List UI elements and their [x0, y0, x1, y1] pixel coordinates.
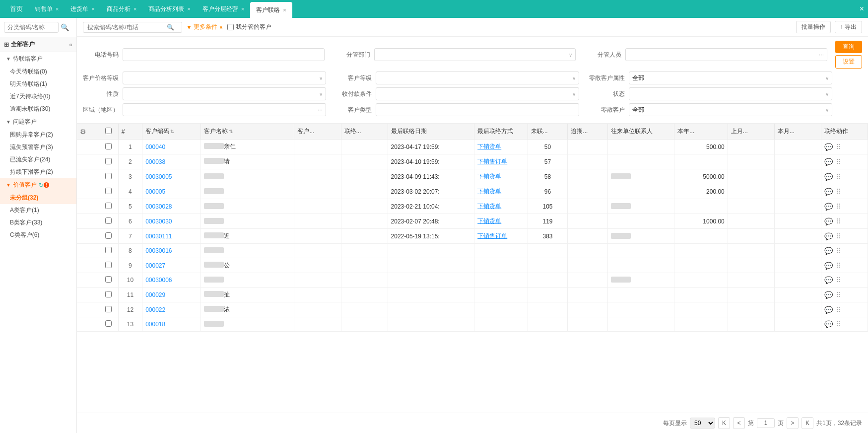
payment-select[interactable]: ∨: [376, 87, 579, 100]
sidebar-group-pending[interactable]: ▼ 待联络客户: [0, 52, 76, 66]
nav-tab-purchase[interactable]: 进货单 ×: [65, 0, 100, 18]
per-page-select[interactable]: 50 100 200: [690, 418, 715, 429]
col-code-cell[interactable]: 000018: [142, 317, 201, 332]
more-icon[interactable]: ⠿: [836, 203, 841, 211]
col-code-cell[interactable]: 00030016: [142, 244, 201, 258]
chat-icon[interactable]: 💬: [824, 143, 833, 151]
col-code-cell[interactable]: 00030111: [142, 229, 201, 244]
row-checkbox[interactable]: [105, 306, 112, 312]
retail-customer-select[interactable]: 全部 ∨: [629, 103, 832, 116]
chat-icon[interactable]: 💬: [824, 262, 833, 270]
dept-select[interactable]: ∨: [374, 48, 576, 61]
sidebar-search-icon[interactable]: 🔍: [61, 23, 69, 31]
row-checkbox[interactable]: [105, 217, 112, 224]
customer-code[interactable]: 000029: [145, 291, 165, 298]
col-code-cell[interactable]: 000022: [142, 302, 201, 317]
sidebar-group-value[interactable]: ▼ 价值客户 ↻ !: [0, 178, 76, 192]
sidebar-group-problem[interactable]: ▼ 问题客户: [0, 115, 76, 129]
nav-tab-close[interactable]: ×: [283, 7, 286, 13]
nav-home[interactable]: 首页: [4, 0, 29, 18]
manager-dots[interactable]: ···: [819, 51, 824, 58]
last-method-link[interactable]: 下销货单: [477, 203, 501, 210]
retail-attr-select[interactable]: 全部 ∨: [629, 72, 832, 84]
col-code-cell[interactable]: 000038: [142, 154, 201, 169]
customer-code[interactable]: 000005: [145, 188, 165, 195]
nav-tab-customer-layer[interactable]: 客户分层经营 ×: [197, 0, 250, 18]
sidebar-item-tomorrow[interactable]: 明天待联络(1): [0, 78, 76, 90]
more-icon[interactable]: ⠿: [836, 291, 841, 299]
status-select[interactable]: ∨: [629, 87, 832, 100]
phone-input[interactable]: [123, 48, 325, 61]
region-input[interactable]: ···: [123, 103, 326, 116]
search-box[interactable]: 🔍: [83, 22, 182, 33]
row-checkbox[interactable]: [105, 291, 112, 297]
window-close-button[interactable]: ×: [860, 4, 864, 13]
reset-button[interactable]: 设置: [835, 55, 862, 69]
customer-code[interactable]: 000027: [145, 262, 165, 269]
customer-code[interactable]: 000038: [145, 158, 165, 165]
more-conditions-btn[interactable]: ▼ 更多条件 ∧: [186, 23, 223, 31]
sidebar-item-today[interactable]: 今天待联络(0): [0, 66, 76, 78]
col-code-header[interactable]: 客户编码 ⇅: [142, 124, 201, 140]
col-check-cell[interactable]: [98, 140, 118, 154]
customer-level-select[interactable]: ∨: [376, 72, 579, 84]
chat-icon[interactable]: 💬: [824, 306, 833, 314]
chat-icon[interactable]: 💬: [824, 232, 833, 240]
search-input[interactable]: [87, 24, 167, 31]
nav-tab-sales[interactable]: 销售单 ×: [29, 0, 65, 18]
col-code-cell[interactable]: 000027: [142, 258, 201, 273]
customer-code[interactable]: 00030028: [145, 203, 172, 210]
col-check-cell[interactable]: [98, 244, 118, 258]
last-page-btn[interactable]: K: [801, 417, 813, 429]
sidebar-item-overdue[interactable]: 逾期未联络(30): [0, 103, 76, 115]
col-check-cell[interactable]: [98, 214, 118, 229]
customer-code[interactable]: 00030016: [145, 247, 172, 254]
customer-code[interactable]: 00030005: [145, 173, 172, 180]
nav-tab-close[interactable]: ×: [134, 6, 136, 12]
nav-tab-customer-contact[interactable]: 客户联络 ×: [250, 2, 292, 18]
more-icon[interactable]: ⠿: [836, 217, 841, 225]
chat-icon[interactable]: 💬: [824, 320, 833, 328]
last-method-link[interactable]: 下销售订单: [477, 232, 507, 239]
refresh-icon[interactable]: ↻: [39, 182, 44, 189]
more-icon[interactable]: ⠿: [836, 232, 841, 240]
last-method-link[interactable]: 下销货单: [477, 188, 501, 195]
price-level-field[interactable]: [126, 74, 319, 81]
col-code-cell[interactable]: 00030006: [142, 273, 201, 288]
col-check-cell[interactable]: [98, 199, 118, 214]
row-checkbox[interactable]: [105, 173, 112, 179]
settings-icon[interactable]: ⚙: [80, 128, 86, 136]
col-code-cell[interactable]: 000005: [142, 184, 201, 199]
sidebar-item-class-c[interactable]: C类客户(6): [0, 229, 76, 241]
col-code-cell[interactable]: 000040: [142, 140, 201, 154]
col-check-cell[interactable]: [98, 229, 118, 244]
my-customers-checkbox[interactable]: 我分管的客户: [227, 23, 271, 31]
price-level-select[interactable]: ∨: [123, 72, 326, 84]
row-checkbox[interactable]: [105, 276, 112, 283]
chat-icon[interactable]: 💬: [824, 203, 833, 211]
search-icon[interactable]: 🔍: [167, 24, 174, 31]
row-checkbox[interactable]: [105, 320, 112, 327]
row-checkbox[interactable]: [105, 203, 112, 209]
col-check-header[interactable]: [98, 124, 118, 140]
prev-page-btn[interactable]: <: [733, 417, 745, 429]
last-method-link[interactable]: 下销货单: [477, 173, 501, 180]
chat-icon[interactable]: 💬: [824, 188, 833, 196]
chat-icon[interactable]: 💬: [824, 173, 833, 181]
customer-code[interactable]: 00030111: [145, 233, 172, 240]
sidebar-item-ungroup[interactable]: 未分组(32): [0, 192, 76, 204]
collapse-icon[interactable]: «: [69, 41, 72, 48]
customer-code[interactable]: 000022: [145, 306, 165, 313]
col-check-cell[interactable]: [98, 288, 118, 302]
nav-tab-analysis-list[interactable]: 商品分析列表 ×: [142, 0, 196, 18]
status-field[interactable]: [632, 90, 825, 97]
last-method-link[interactable]: 下销货单: [477, 143, 501, 150]
sidebar-item-hoarding[interactable]: 囤购异常客户(2): [0, 129, 76, 141]
chat-icon[interactable]: 💬: [824, 291, 833, 299]
sidebar-item-class-b[interactable]: B类客户(33): [0, 216, 76, 229]
region-field[interactable]: [126, 106, 318, 113]
nature-select[interactable]: ∨: [123, 87, 326, 100]
col-check-cell[interactable]: [98, 154, 118, 169]
customer-type-field[interactable]: [379, 106, 576, 113]
more-icon[interactable]: ⠿: [836, 247, 841, 255]
